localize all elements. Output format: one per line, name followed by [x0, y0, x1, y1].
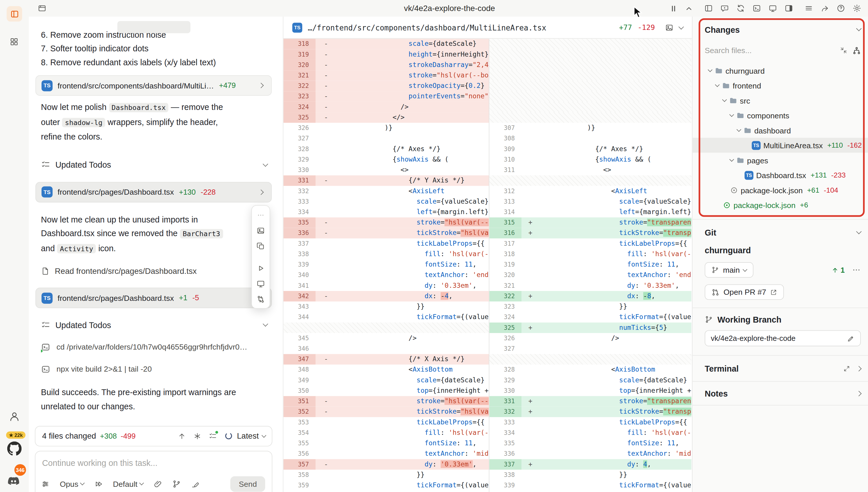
file-change-card[interactable]: TS frontend/src/pages/Dashboard.tsx +1 -…	[36, 288, 272, 309]
terminal-command-row[interactable]: cd /private/var/folders/10/h7w0q46556ggr…	[41, 340, 272, 353]
updated-todos-row[interactable]: Updated Todos	[41, 157, 272, 172]
assistant-message: Build succeeds. The pre-existing import …	[41, 385, 272, 413]
tree-folder-churnguard[interactable]: churnguard	[693, 63, 868, 78]
added-lines: +61	[807, 186, 819, 194]
todos-label: Updated Todos	[55, 320, 111, 329]
open-pr-button[interactable]: Open PR #7	[705, 284, 784, 300]
file-search	[693, 44, 868, 57]
diff-line: 350 top={innerHeight + margin.top}	[283, 386, 489, 396]
github-icon[interactable]	[7, 442, 22, 456]
help-button[interactable]	[836, 4, 845, 13]
todos-status-icon[interactable]	[209, 432, 217, 440]
diff-content[interactable]: 318- scale={dateScale}319- height={inner…	[283, 39, 692, 492]
git-branch-icon[interactable]	[172, 479, 181, 488]
tree-folder-components[interactable]: components	[693, 108, 868, 123]
git-compare-icon[interactable]	[253, 292, 268, 306]
diff-row: 330 <>311 <>	[283, 165, 692, 175]
diff-row: 358 }}338 }}	[283, 470, 692, 480]
file-change-card[interactable]: TS frontend/src/components/dashboard/Mul…	[36, 75, 272, 96]
chat-panel: 6. Remove zoom instruction noise7. Softe…	[29, 17, 283, 492]
play-icon[interactable]	[253, 261, 268, 275]
tree-file-MultiLineArea.tsx[interactable]: TSMultiLineArea.tsx+110-162	[693, 138, 868, 153]
more-options-icon[interactable]	[852, 266, 861, 274]
diff-row: 331- {/* Y Axis */}	[283, 175, 692, 186]
changes-section-header[interactable]: Changes	[693, 22, 868, 36]
chevron-down-icon	[140, 481, 144, 485]
diff-line: 351- stroke="hsl(var(--border))"	[283, 396, 489, 407]
screenshot-icon[interactable]	[253, 223, 268, 237]
drag-handle-icon[interactable]	[253, 208, 268, 222]
mode-selector[interactable]: Default	[113, 479, 143, 488]
pause-button[interactable]	[669, 4, 678, 13]
file-change-card[interactable]: TS frontend/src/pages/Dashboard.tsx +130…	[36, 181, 272, 202]
diff-line: 309 {/* Axes */}	[489, 144, 691, 154]
collapse-all-icon[interactable]	[840, 46, 848, 54]
sync-button[interactable]	[736, 4, 745, 13]
removed-lines: -233	[831, 171, 846, 179]
monitor-icon[interactable]	[253, 276, 268, 290]
added-lines: +77	[619, 23, 632, 32]
attach-icon[interactable]	[153, 479, 162, 488]
signature-icon[interactable]	[191, 479, 200, 488]
edit-pencil-icon[interactable]	[847, 335, 855, 342]
git-section-header[interactable]: Git	[693, 225, 868, 240]
diff-row: 325+ numTicks={5}	[283, 323, 692, 333]
tree-file-package-lock.json[interactable]: package-lock.json+6	[693, 198, 868, 212]
panel-right-button[interactable]	[784, 4, 793, 13]
pull-request-icon	[711, 288, 720, 296]
settings-button[interactable]	[852, 4, 862, 13]
read-file-row[interactable]: Read frontend/src/pages/Dashboard.tsx	[41, 264, 272, 278]
send-button[interactable]: Send	[231, 476, 265, 491]
message-input[interactable]	[42, 458, 265, 467]
copy-icon[interactable]	[253, 239, 268, 253]
chevron-down-icon	[263, 321, 268, 327]
diff-empty-region	[489, 354, 691, 364]
chevron-down-icon	[737, 127, 741, 132]
discord-icon[interactable]	[7, 474, 21, 488]
scroll-top-icon[interactable]	[178, 432, 186, 440]
commits-ahead[interactable]: 1	[832, 266, 845, 274]
notes-section-header[interactable]: Notes	[693, 386, 868, 401]
monitor-button[interactable]	[769, 4, 777, 13]
tree-folder-src[interactable]: src	[693, 93, 868, 107]
image-diff-icon[interactable]	[665, 23, 674, 32]
topbar: vk/4e2a-explore-the-code	[0, 0, 868, 17]
folder-icon	[722, 81, 730, 90]
diff-row: 354 fill: 'hsl(var(--muted-foreground))'…	[283, 427, 692, 438]
collapse-button[interactable]	[685, 4, 693, 13]
diff-line: 316+ tickStroke="transparent"	[489, 228, 691, 239]
tree-file-Dashboard.tsx[interactable]: TSDashboard.tsx+131-233	[693, 168, 868, 182]
sparkle-icon[interactable]	[193, 432, 202, 440]
app-logo-button[interactable]	[7, 6, 22, 22]
chat-bubble-button[interactable]	[720, 4, 729, 13]
terminal-button[interactable]	[752, 4, 761, 13]
branch-selector[interactable]: main	[705, 262, 753, 278]
diff-line: 336- tickStroke="hsl(var(--border))"	[283, 228, 489, 239]
settings-sliders-icon[interactable]	[41, 479, 50, 488]
tree-folder-dashboard[interactable]: dashboard	[693, 123, 868, 138]
window-title: vk/4e2a-explore-the-code	[404, 4, 495, 13]
version-selector[interactable]: Latest	[237, 432, 265, 440]
terminal-section-header[interactable]: Terminal	[693, 361, 868, 376]
expand-icon[interactable]	[843, 365, 850, 372]
app-window: vk/4e2a-explore-the-code ★22k	[0, 0, 868, 492]
working-branch-field[interactable]: vk/4e2a-explore-the-code	[705, 330, 861, 346]
profile-icon[interactable]	[8, 411, 21, 423]
share-button[interactable]	[820, 4, 829, 13]
model-selector[interactable]: Opus	[60, 479, 84, 488]
fast-forward-icon[interactable]	[94, 479, 103, 488]
updated-todos-row[interactable]: Updated Todos	[41, 317, 272, 333]
tree-folder-pages[interactable]: pages	[693, 153, 868, 167]
chevron-down-icon[interactable]	[678, 24, 684, 29]
projects-grid-icon[interactable]	[9, 37, 19, 46]
menu-button[interactable]	[804, 4, 814, 13]
diff-line: 348 <AxisBottom	[283, 365, 489, 375]
tree-file-package-lock.json[interactable]: package-lock.json+61-104	[693, 182, 868, 197]
workspace-icon[interactable]	[38, 4, 47, 13]
panel-left-button[interactable]	[704, 4, 713, 13]
open-pr-label: Open PR #7	[723, 288, 766, 297]
file-tree-icon[interactable]	[852, 46, 861, 54]
search-input[interactable]	[705, 46, 835, 55]
terminal-command-row[interactable]: npx vite build 2>&1 | tail -20	[41, 362, 272, 376]
tree-folder-frontend[interactable]: frontend	[693, 78, 868, 93]
